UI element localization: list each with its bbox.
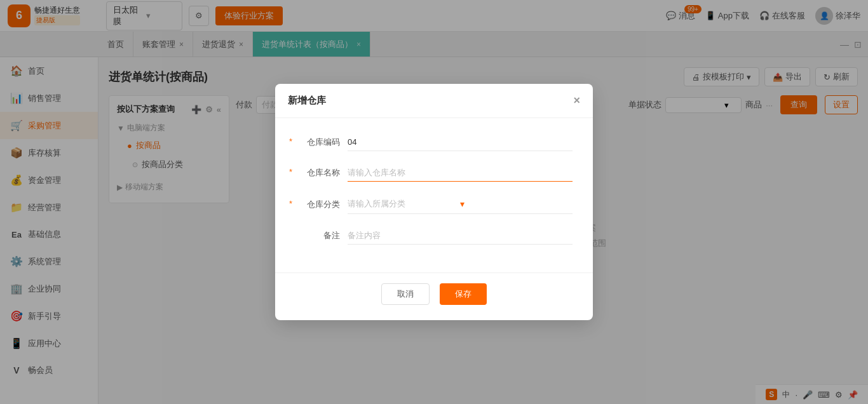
dialog-footer: 取消 保存 [275, 273, 593, 320]
add-warehouse-dialog: 新增仓库 × 仓库编码 仓库名称 仓库分类 请输入所属分类 ▾ [275, 84, 593, 320]
form-row-code: 仓库编码 [295, 133, 573, 151]
category-placeholder: 请输入所属分类 [348, 198, 460, 210]
save-button[interactable]: 保存 [440, 283, 487, 305]
category-arrow-icon: ▾ [460, 199, 573, 209]
form-row-note: 备注 [295, 227, 573, 245]
form-row-category: 仓库分类 请输入所属分类 ▾ [295, 194, 573, 214]
name-label: 仓库名称 [295, 167, 340, 178]
code-label: 仓库编码 [295, 137, 340, 148]
dialog-body: 仓库编码 仓库名称 仓库分类 请输入所属分类 ▾ 备注 [275, 118, 593, 273]
cancel-button[interactable]: 取消 [381, 283, 430, 305]
code-input[interactable] [348, 133, 573, 151]
note-input[interactable] [348, 227, 573, 245]
dialog-title: 新增仓库 [288, 95, 326, 107]
note-label: 备注 [295, 230, 340, 241]
name-input[interactable] [348, 164, 573, 182]
category-select[interactable]: 请输入所属分类 ▾ [348, 194, 573, 214]
dialog-header: 新增仓库 × [275, 84, 593, 118]
form-row-name: 仓库名称 [295, 164, 573, 182]
category-label: 仓库分类 [295, 199, 340, 210]
dialog-close-button[interactable]: × [573, 94, 580, 107]
dialog-overlay: 新增仓库 × 仓库编码 仓库名称 仓库分类 请输入所属分类 ▾ [0, 0, 868, 404]
